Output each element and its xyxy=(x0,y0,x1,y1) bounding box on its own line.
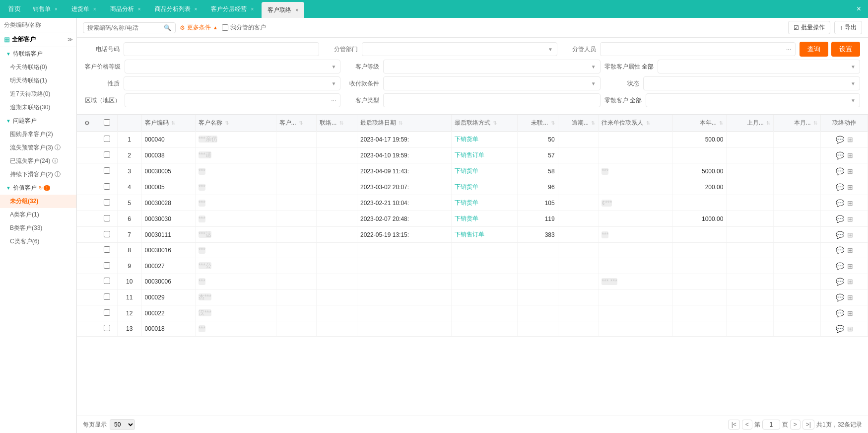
close-customer-contact-tab[interactable]: × xyxy=(295,7,298,13)
row-method-cell[interactable] xyxy=(451,274,517,289)
chat-icon[interactable]: 💬 xyxy=(836,278,844,286)
close-customer-segment-tab[interactable]: × xyxy=(251,6,254,12)
col-type[interactable]: 客户... ⇅ xyxy=(276,115,317,132)
select-all-checkbox[interactable] xyxy=(104,119,110,126)
row-checkbox[interactable] xyxy=(104,262,110,269)
row-method-cell[interactable]: 下销货单 xyxy=(451,179,517,195)
sidebar-group-value[interactable]: ▼ 价值客户 ↻ ! xyxy=(0,181,76,195)
col-days[interactable]: 未联... ⇅ xyxy=(517,115,558,132)
row-method-cell[interactable]: 下销货单 xyxy=(451,211,517,227)
contact-method-link[interactable]: 下销货单 xyxy=(455,183,478,190)
sidebar-item-class-b[interactable]: B类客户(33) xyxy=(0,221,76,235)
contact-method-link[interactable]: 下销货单 xyxy=(455,215,478,222)
sidebar-item-class-c[interactable]: C类客户(6) xyxy=(0,235,76,248)
row-check-cell[interactable] xyxy=(97,147,118,163)
filter-retail-customer-input[interactable]: ▼ xyxy=(646,93,860,107)
query-button[interactable]: 查询 xyxy=(800,42,828,57)
filter-dept-input[interactable]: ▼ xyxy=(362,42,557,56)
col-date[interactable]: 最后联络日期 ⇅ xyxy=(357,115,452,132)
row-checkbox[interactable] xyxy=(104,199,110,206)
grid-icon[interactable]: ⊞ xyxy=(847,309,853,317)
next-page-button[interactable]: > xyxy=(790,420,801,430)
row-checkbox[interactable] xyxy=(104,183,110,190)
filter-customer-type-input[interactable] xyxy=(383,93,600,107)
grid-icon[interactable]: ⊞ xyxy=(847,215,853,223)
batch-ops-button[interactable]: ☑ 批量操作 xyxy=(788,21,830,34)
grid-icon[interactable]: ⊞ xyxy=(847,293,853,301)
col-code[interactable]: 客户编码 ⇅ xyxy=(141,115,195,132)
export-button[interactable]: ↑ 导出 xyxy=(834,21,862,34)
row-checkbox[interactable] xyxy=(104,215,110,221)
row-method-cell[interactable]: 下销售订单 xyxy=(451,227,517,243)
row-checkbox[interactable] xyxy=(104,167,110,174)
filter-gender-input[interactable]: ▼ xyxy=(124,76,340,90)
sidebar-item-class-a[interactable]: A类客户(1) xyxy=(0,208,76,221)
row-check-cell[interactable] xyxy=(97,243,118,258)
my-customers-checkbox-label[interactable]: 我分管的客户 xyxy=(222,23,266,32)
grid-icon[interactable]: ⊞ xyxy=(847,183,853,191)
sidebar-item-ungrouped[interactable]: 未分组(32) xyxy=(0,195,76,208)
filter-retail-attr-input[interactable]: ▼ xyxy=(658,60,860,73)
nav-product-analysis-tab[interactable]: 商品分析 × xyxy=(104,1,147,16)
contact-method-link[interactable]: 下销售订单 xyxy=(455,151,484,158)
nav-customer-segment-tab[interactable]: 客户分层经营 × xyxy=(205,1,260,16)
contact-method-link[interactable]: 下销货单 xyxy=(455,136,478,143)
row-checkbox[interactable] xyxy=(104,278,110,284)
row-method-cell[interactable]: 下销售订单 xyxy=(451,147,517,163)
row-check-cell[interactable] xyxy=(97,195,118,211)
row-checkbox[interactable] xyxy=(104,246,110,253)
row-method-cell[interactable]: 下销货单 xyxy=(451,163,517,179)
last-page-button[interactable]: >| xyxy=(802,420,814,430)
row-check-cell[interactable] xyxy=(97,289,118,305)
window-close-button[interactable]: × xyxy=(854,3,864,14)
filter-search-icon[interactable]: 🔍 xyxy=(164,24,171,31)
grid-icon[interactable]: ⊞ xyxy=(847,325,853,333)
contact-method-link[interactable]: 下销售订单 xyxy=(455,231,484,238)
row-check-cell[interactable] xyxy=(97,179,118,195)
row-method-cell[interactable]: 下销货单 xyxy=(451,132,517,147)
row-method-cell[interactable] xyxy=(451,289,517,305)
sidebar-item-churned[interactable]: 已流失客户(24) ⓘ xyxy=(0,154,76,168)
col-this-month[interactable]: 本月... ⇅ xyxy=(774,115,821,132)
nav-customer-contact-tab[interactable]: 客户联络 × xyxy=(262,2,304,18)
sidebar-item-7day-pending[interactable]: 近7天待联络(0) xyxy=(0,87,76,101)
col-name[interactable]: 客户名称 ⇅ xyxy=(195,115,276,132)
sidebar-item-overdue-pending[interactable]: 逾期未联络(30) xyxy=(0,101,76,114)
col-contact-person[interactable]: 往来单位联系人 ⇅ xyxy=(599,115,673,132)
chat-icon[interactable]: 💬 xyxy=(836,262,844,270)
chat-icon[interactable]: 💬 xyxy=(836,293,844,301)
prev-page-button[interactable]: < xyxy=(742,420,752,430)
filter-customer-level-input[interactable]: ▼ xyxy=(383,60,600,73)
filter-payment-input[interactable]: ▼ xyxy=(383,76,600,90)
filter-search-box[interactable]: 🔍 xyxy=(83,22,176,33)
sidebar-item-tomorrow-pending[interactable]: 明天待联络(1) xyxy=(0,74,76,87)
grid-icon[interactable]: ⊞ xyxy=(847,136,853,144)
col-contact[interactable]: 联络... ⇅ xyxy=(317,115,357,132)
row-method-cell[interactable] xyxy=(451,258,517,274)
row-method-cell[interactable] xyxy=(451,321,517,337)
row-checkbox[interactable] xyxy=(104,151,110,158)
filter-more-button[interactable]: ⚙ 更多条件 ▲ xyxy=(180,23,218,32)
contact-method-link[interactable]: 下销货单 xyxy=(455,167,478,174)
col-check[interactable] xyxy=(97,115,118,132)
col-last-month[interactable]: 上月... ⇅ xyxy=(727,115,774,132)
row-checkbox[interactable] xyxy=(104,136,110,142)
grid-icon[interactable]: ⊞ xyxy=(847,262,853,270)
filter-status-input[interactable]: ▼ xyxy=(643,76,860,90)
filter-search-input[interactable] xyxy=(87,24,162,31)
nav-home-tab[interactable]: 首页 xyxy=(4,2,25,15)
close-product-analysis-tab[interactable]: × xyxy=(138,6,141,12)
col-year[interactable]: 本年... ⇅ xyxy=(672,115,726,132)
nav-sales-tab[interactable]: 销售单 × xyxy=(27,1,64,16)
row-check-cell[interactable] xyxy=(97,227,118,243)
nav-product-analysis-list-tab[interactable]: 商品分析列表 × xyxy=(149,1,203,16)
contact-method-link[interactable]: 下销货单 xyxy=(455,199,478,206)
filter-phone-input[interactable] xyxy=(124,42,319,56)
row-checkbox[interactable] xyxy=(104,293,110,300)
grid-icon[interactable]: ⊞ xyxy=(847,278,853,286)
sidebar-item-today-pending[interactable]: 今天待联络(0) xyxy=(0,61,76,74)
row-check-cell[interactable] xyxy=(97,258,118,274)
row-check-cell[interactable] xyxy=(97,305,118,321)
row-check-cell[interactable] xyxy=(97,274,118,289)
sidebar-search-input[interactable] xyxy=(4,21,77,28)
